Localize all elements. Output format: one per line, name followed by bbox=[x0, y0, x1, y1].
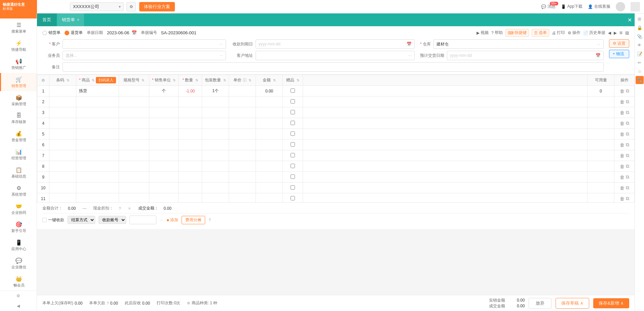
one-click-payment-checkbox[interactable]: 一键收款 bbox=[42, 217, 64, 223]
row-barcode[interactable] bbox=[49, 86, 76, 96]
calendar-icon[interactable]: 📅 bbox=[131, 30, 137, 35]
table-settings-icon[interactable]: ⚙ bbox=[41, 78, 45, 83]
salesperson-input[interactable]: 选择... ··· bbox=[63, 51, 226, 60]
settings-btn[interactable]: ⚙ 设置 bbox=[609, 39, 629, 48]
sort-barcode-icon[interactable]: ⇅ bbox=[67, 78, 69, 82]
save-new-btn[interactable]: 保存&新增 ∧ bbox=[593, 298, 629, 308]
gift-checkbox[interactable] bbox=[291, 153, 295, 157]
delete-row-btn[interactable]: 🗑 bbox=[620, 163, 624, 169]
copy-row-btn[interactable]: ⧉ bbox=[626, 110, 629, 115]
sort-spec-icon[interactable]: ⇅ bbox=[142, 78, 144, 82]
row-qty[interactable]: -1.00 bbox=[179, 86, 202, 96]
customer-addr-input[interactable]: ··· bbox=[256, 51, 415, 60]
sidebar-collapse-btn[interactable]: ◀ bbox=[0, 301, 37, 311]
radio-sales[interactable]: 销货单 bbox=[42, 30, 61, 36]
grid-view-btn[interactable]: ⊞ bbox=[625, 30, 629, 36]
nav-next-btn[interactable]: ▶ bbox=[614, 31, 617, 35]
delete-row-btn[interactable]: 🗑 bbox=[620, 142, 624, 148]
sidebar-item-marketing[interactable]: 📢 营销推广 bbox=[0, 55, 37, 73]
delete-row-btn[interactable]: 🗑 bbox=[620, 153, 624, 158]
sidebar-item-search[interactable]: ☰ 搜索菜单 bbox=[0, 18, 37, 37]
operation-btn[interactable]: ⚙ 操作 bbox=[568, 30, 580, 36]
rp-doc-icon[interactable]: 📝 bbox=[636, 50, 644, 58]
history-btn[interactable]: 📄 历史单据 bbox=[583, 30, 605, 36]
warehouse-input[interactable]: 建材仓 ··· bbox=[433, 39, 604, 49]
copy-row-btn[interactable]: ⧉ bbox=[626, 153, 629, 158]
rp-lock-icon[interactable]: 🔒 bbox=[636, 24, 644, 32]
row-gift[interactable] bbox=[283, 86, 303, 96]
sidebar-item-basic[interactable]: 📋 基础信息 bbox=[0, 163, 37, 182]
delete-row-btn[interactable]: 🗑 bbox=[620, 88, 624, 94]
trial-btn[interactable]: 体验行业方案 bbox=[139, 2, 175, 11]
sort-qty-icon[interactable]: ⇅ bbox=[195, 78, 198, 82]
sidebar-item-wechat[interactable]: 💬 企业微信 bbox=[0, 254, 37, 272]
account-select[interactable]: 收款账号 bbox=[99, 216, 126, 224]
logistics-btn[interactable]: + 物流 bbox=[609, 50, 629, 58]
sidebar-item-guide[interactable]: 🎯 新手引导 bbox=[0, 218, 37, 236]
row-spec[interactable] bbox=[119, 86, 149, 96]
video-help-btn[interactable]: ▶ 视频 bbox=[477, 30, 489, 36]
radio-return[interactable]: 退货单 bbox=[65, 30, 83, 36]
delete-row-btn[interactable]: 🗑 bbox=[620, 110, 624, 115]
gift-checkbox[interactable] bbox=[291, 164, 295, 168]
sidebar-settings-btn[interactable]: ⚙ bbox=[0, 291, 37, 301]
sort-amount-icon[interactable]: ⇅ bbox=[273, 78, 276, 82]
settings-icon[interactable]: ⚙ bbox=[126, 2, 136, 11]
sidebar-item-sales[interactable]: 🛒 销售管理 bbox=[0, 73, 37, 91]
gift-checkbox[interactable] bbox=[291, 121, 295, 125]
avatar[interactable] bbox=[616, 2, 625, 11]
gift-checkbox[interactable] bbox=[291, 185, 295, 190]
add-payment-btn[interactable]: ● 添加 bbox=[166, 217, 178, 223]
tab-bar-close-btn[interactable]: ✕ bbox=[628, 17, 632, 23]
sidebar-item-collab[interactable]: 🤝 企业协同 bbox=[0, 200, 37, 218]
gift-checkbox[interactable] bbox=[291, 196, 295, 200]
tab-sales-order[interactable]: 销货单 × bbox=[57, 13, 84, 26]
tab-home[interactable]: 首页 bbox=[37, 13, 56, 26]
sidebar-item-finance[interactable]: 💰 资金管理 bbox=[0, 127, 37, 145]
doc-short-help-icon[interactable]: ? bbox=[107, 301, 109, 305]
delete-row-btn[interactable]: 🗑 bbox=[620, 185, 624, 191]
sidebar-item-management[interactable]: 📊 经营管理 bbox=[0, 145, 37, 163]
sidebar-item-purchase[interactable]: 📦 采购管理 bbox=[0, 91, 37, 109]
gift-checkbox[interactable] bbox=[291, 142, 295, 147]
gift-checkbox[interactable] bbox=[291, 88, 295, 93]
delete-row-btn[interactable]: 🗑 bbox=[620, 99, 624, 105]
scan-btn[interactable]: 扫码录入 bbox=[96, 77, 116, 83]
notes-input[interactable] bbox=[63, 62, 604, 72]
row-price[interactable] bbox=[229, 86, 256, 96]
abandon-btn[interactable]: 放弃 bbox=[529, 298, 552, 309]
rp-eye-icon[interactable]: 👁 bbox=[636, 41, 644, 49]
copy-row-btn[interactable]: ⧉ bbox=[626, 185, 629, 191]
discount-help-icon[interactable]: ? bbox=[119, 206, 121, 210]
customer-input[interactable]: ··· bbox=[63, 39, 226, 49]
copy-row-btn[interactable]: ⧉ bbox=[626, 163, 629, 169]
rp-edit-icon[interactable]: ✏ bbox=[636, 59, 644, 67]
user-menu-icon[interactable] bbox=[631, 2, 640, 11]
sort-product-icon[interactable]: ⇅ bbox=[92, 78, 94, 82]
sort-gift-icon[interactable]: ⇅ bbox=[297, 78, 299, 82]
app-download-btn[interactable]: 📱 App下载 bbox=[561, 4, 582, 9]
rp-grid-icon[interactable]: ⊞ bbox=[636, 15, 644, 23]
delete-row-btn[interactable]: 🗑 bbox=[620, 196, 624, 201]
copy-row-btn[interactable]: ⧉ bbox=[626, 120, 629, 126]
sidebar-item-appstore[interactable]: 📱 应用中心 bbox=[0, 236, 37, 254]
copy-row-btn[interactable]: ⧉ bbox=[626, 99, 629, 105]
help-btn[interactable]: ? 帮助 bbox=[491, 30, 503, 36]
expected-date-input[interactable]: yyyy-mm-dd 📅 bbox=[447, 51, 604, 60]
print-btn[interactable]: 🖨 打印 bbox=[552, 30, 565, 36]
row-pkg[interactable]: 1个 bbox=[202, 86, 229, 96]
amount-input[interactable] bbox=[129, 216, 156, 224]
rp-attach-icon[interactable]: 📎 bbox=[636, 32, 644, 40]
due-date-input[interactable]: yyyy-mm-dd 📅 bbox=[256, 39, 415, 49]
sidebar-item-system[interactable]: ⚙ 系统管理 bbox=[0, 182, 37, 200]
copy-row-btn[interactable]: ⧉ bbox=[626, 88, 629, 94]
company-selector[interactable]: XXXXXX公司 ▾ bbox=[70, 2, 124, 11]
list-view-btn[interactable]: ≡ bbox=[619, 30, 622, 36]
sidebar-item-shortcut[interactable]: ⚡ 快捷导航 bbox=[0, 37, 37, 55]
copy-row-btn[interactable]: ⧉ bbox=[626, 131, 629, 137]
row-product[interactable]: 拣货 bbox=[76, 86, 119, 96]
delete-row-btn[interactable]: 🗑 bbox=[620, 131, 624, 137]
gift-checkbox[interactable] bbox=[291, 131, 295, 136]
delete-row-btn[interactable]: 🗑 bbox=[620, 174, 624, 180]
row-unit[interactable]: 个 bbox=[149, 86, 178, 96]
